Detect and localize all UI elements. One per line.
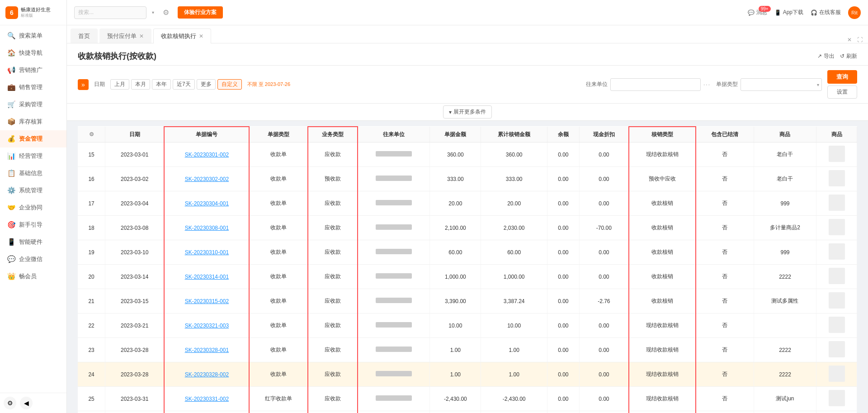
- sidebar-item-inventory[interactable]: 📦库存核算: [0, 113, 66, 130]
- sidebar-collapse-btn[interactable]: ◀: [20, 397, 33, 409]
- doc-link[interactable]: SK-20230328-002: [185, 371, 229, 378]
- app-download-btn[interactable]: 📱 App下载: [774, 9, 803, 16]
- doc-link[interactable]: SK-20230310-001: [185, 249, 229, 256]
- topbar-message-btn[interactable]: 💬 消息 99+: [748, 9, 767, 16]
- message-badge: 99+: [759, 6, 771, 12]
- cell-doctype: 收款单: [249, 167, 307, 191]
- goods-thumb: [829, 195, 845, 211]
- topbar-dropdown-arrow[interactable]: ▾: [152, 10, 154, 15]
- cell-balance: 0.00: [547, 313, 579, 338]
- date-btn-custom[interactable]: 自定义: [217, 79, 242, 90]
- topbar: 搜索... ▾ ⚙ 体验行业方案 💬 消息 99+ 📱 App下载 🎧 在线客服…: [67, 0, 868, 25]
- export-btn[interactable]: ↗ 导出: [817, 52, 835, 60]
- cell-cancel-type: 预收中应收: [629, 167, 696, 191]
- query-btn[interactable]: 查询: [827, 70, 857, 84]
- sidebar-item-vip[interactable]: 👑畅会员: [0, 268, 66, 285]
- sidebar-item-quick-nav[interactable]: 🏠快捷导航: [0, 44, 66, 62]
- tab-receipt-cancel-close[interactable]: ✕: [199, 33, 203, 39]
- settings-col-icon[interactable]: ⚙: [87, 130, 95, 138]
- goods-thumb: [829, 366, 845, 382]
- cell-cancel-amount: 333.00: [481, 167, 547, 191]
- cell-docno: SK-20230403-002: [164, 411, 249, 413]
- doc-link[interactable]: SK-20230328-001: [185, 347, 229, 353]
- industry-solution-btn[interactable]: 体验行业方案: [178, 6, 223, 19]
- sidebar-item-sys-mgmt[interactable]: ⚙️系统管理: [0, 182, 66, 199]
- receipt-type-select[interactable]: [741, 78, 822, 91]
- date-btn-more[interactable]: 更多: [197, 79, 216, 90]
- doc-link[interactable]: SK-20230301-002: [185, 152, 229, 158]
- cell-cancel-amount: -2,430.00: [481, 387, 547, 411]
- refresh-btn[interactable]: ↺ 刷新: [840, 52, 857, 60]
- date-btn-this-month[interactable]: 本月: [131, 79, 150, 90]
- user-avatar[interactable]: Rit: [848, 6, 861, 19]
- tab-receipt-cancel[interactable]: 收款核销执行 ✕: [153, 28, 211, 43]
- sidebar-icon-vip: 👑: [7, 272, 15, 280]
- doc-link[interactable]: SK-20230314-001: [185, 274, 229, 280]
- cell-date: 2023-03-14: [105, 265, 165, 289]
- table-row: 25 2023-03-31 SK-20230331-002 红字收款单 应收款 …: [78, 387, 857, 411]
- sidebar-item-basic-info[interactable]: 📋基础信息: [0, 165, 66, 182]
- doc-link[interactable]: SK-20230304-001: [185, 200, 229, 207]
- receipt-type-filter: 单据类型: [716, 78, 822, 91]
- cell-doctype: 收款单: [249, 289, 307, 313]
- cell-cancel-amount: 360.00: [481, 142, 547, 167]
- sidebar-item-marketing[interactable]: 📢营销推广: [0, 62, 66, 79]
- sidebar-item-newbie[interactable]: 🎯新手引导: [0, 216, 66, 233]
- sidebar-item-capital[interactable]: 💰资金管理: [0, 130, 66, 147]
- sidebar-item-biz-mgmt[interactable]: 📊经营管理: [0, 147, 66, 165]
- tab-prepay[interactable]: 预付应付单 ✕: [99, 28, 151, 43]
- online-service-btn[interactable]: 🎧 在线客服: [811, 9, 841, 16]
- date-btn-this-year[interactable]: 本年: [152, 79, 171, 90]
- table-header: ⚙ 日期 单据编号 单据类型 业务类型 往来单位 单据金额 累计核销金额 余额 …: [78, 127, 857, 142]
- date-btn-last-month[interactable]: 上月: [110, 79, 129, 90]
- filter-toggle-btn[interactable]: »: [78, 79, 89, 90]
- cell-no: 17: [78, 191, 105, 216]
- doc-link[interactable]: SK-20230315-002: [185, 298, 229, 304]
- cell-cancel-amount: 1.00: [481, 338, 547, 362]
- topbar-search-text: 搜索...: [78, 9, 94, 16]
- doc-link[interactable]: SK-20230321-003: [185, 323, 229, 329]
- sidebar-item-corp-collab[interactable]: 🤝企业协同: [0, 199, 66, 216]
- refresh-icon: ↺: [840, 53, 844, 59]
- topbar-right: 💬 消息 99+ 📱 App下载 🎧 在线客服 Rit: [748, 6, 861, 19]
- topbar-gear-icon[interactable]: ⚙: [160, 6, 172, 19]
- doc-link[interactable]: SK-20230308-001: [185, 225, 229, 231]
- cell-biztype: 应收款: [308, 362, 358, 387]
- topbar-search[interactable]: 搜索...: [74, 6, 146, 19]
- settings-btn[interactable]: 设置: [827, 85, 857, 99]
- sidebar-item-purchase-mgmt[interactable]: 🛒采购管理: [0, 96, 66, 113]
- sidebar-item-sales-mgmt[interactable]: 💼销售管理: [0, 79, 66, 96]
- goods-thumb: [829, 170, 845, 186]
- cell-date: 2023-03-08: [105, 216, 165, 240]
- expand-conditions-btn[interactable]: ▾ 展开更多条件: [443, 105, 492, 119]
- col-settings-header[interactable]: ⚙: [78, 127, 105, 142]
- sidebar-item-smart-hw[interactable]: 📱智能硬件: [0, 233, 66, 251]
- cell-goods2: [816, 387, 857, 411]
- date-btn-7days[interactable]: 近7天: [173, 79, 195, 90]
- sidebar-item-search-menu[interactable]: 🔍搜索菜单: [0, 27, 66, 44]
- col-docno-header: 单据编号: [164, 127, 249, 142]
- sidebar-icon-sys-mgmt: ⚙️: [7, 186, 15, 195]
- col-date-header: 日期: [105, 127, 165, 142]
- tab-home-label: 首页: [78, 32, 90, 40]
- tab-restore-icon[interactable]: ⛶: [857, 37, 863, 43]
- goods-thumb: [829, 317, 845, 333]
- sidebar-settings-btn[interactable]: ⚙: [4, 397, 16, 409]
- doc-link[interactable]: SK-20230331-002: [185, 396, 229, 402]
- cell-partner: [358, 191, 430, 216]
- tab-close-all-icon[interactable]: ✕: [847, 37, 852, 43]
- doc-link[interactable]: SK-20230302-002: [185, 176, 229, 182]
- tab-prepay-close[interactable]: ✕: [139, 33, 144, 39]
- tab-home[interactable]: 首页: [71, 28, 98, 43]
- headset-icon: 🎧: [811, 9, 817, 16]
- message-icon: 💬: [748, 9, 755, 16]
- table-row: 20 2023-03-14 SK-20230314-001 收款单 应收款 1,…: [78, 265, 857, 289]
- receipt-type-label: 单据类型: [716, 81, 738, 88]
- cell-partner: [358, 167, 430, 191]
- cell-goods: 999: [754, 191, 816, 216]
- sidebar-item-corp-wechat[interactable]: 💬企业微信: [0, 251, 66, 268]
- cell-goods2: [816, 313, 857, 338]
- partner-input[interactable]: [610, 78, 701, 91]
- cell-cancel-type: 现结收款核销: [629, 142, 696, 167]
- cell-doctype: 收款单: [249, 338, 307, 362]
